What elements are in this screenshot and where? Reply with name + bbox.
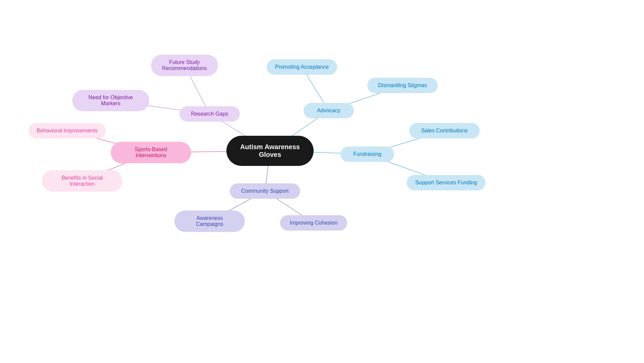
node-sports_based: Sports-Based Interventions: [111, 142, 191, 163]
node-center: Autism Awareness Gloves: [226, 136, 314, 166]
node-awareness_campaigns: Awareness Campaigns: [174, 210, 245, 232]
node-behavioral: Behavioral Improvements: [29, 123, 106, 138]
node-advocacy: Advocacy: [304, 103, 354, 118]
node-community_support: Community Support: [230, 183, 300, 199]
node-dismantling_stigmas: Dismantling Stigmas: [367, 78, 438, 93]
node-future_study: Future Study Recommendations: [151, 55, 218, 76]
node-benefits_social: Benefits in Social Interaction: [42, 170, 122, 192]
mindmap-container: Autism Awareness GlovesResearch GapsFutu…: [0, 0, 644, 363]
node-need_objective: Need for Objective Markers: [72, 90, 149, 111]
node-promoting_acceptance: Promoting Acceptance: [267, 59, 337, 75]
node-fundraising: Fundraising: [340, 146, 394, 162]
node-improving_cohesion: Improving Cohesion: [280, 215, 347, 231]
node-support_services: Support Services Funding: [407, 175, 486, 190]
node-sales_contributions: Sales Contributions: [409, 123, 480, 138]
node-research_gaps: Research Gaps: [179, 106, 240, 122]
